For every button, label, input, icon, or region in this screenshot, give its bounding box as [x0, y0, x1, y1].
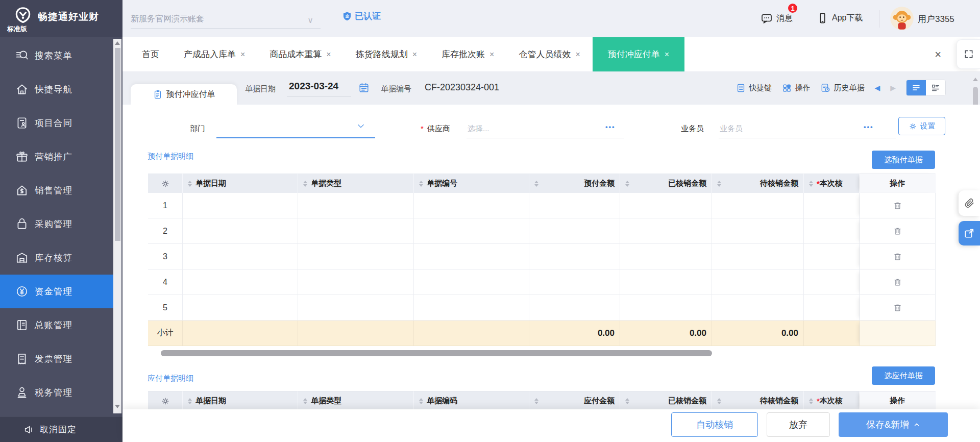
trash-icon[interactable] [893, 277, 902, 287]
certified-badge[interactable]: 企 已认证 [342, 10, 381, 22]
tab-picking-route[interactable]: 拣货路线规划× [344, 37, 429, 71]
settings-button[interactable]: 设置 [898, 117, 945, 135]
sort-icon[interactable] [809, 398, 813, 404]
col-verified-amount[interactable]: 已核销金额 [620, 174, 712, 193]
tab-close-icon[interactable]: × [489, 50, 494, 59]
form-view-button[interactable] [926, 80, 945, 95]
sort-icon[interactable] [717, 181, 721, 187]
sort-icon[interactable] [303, 181, 307, 187]
horizontal-scrollbar-thumb[interactable] [161, 350, 712, 356]
trash-icon[interactable] [893, 201, 902, 210]
sidebar-item-general-ledger[interactable]: 总账管理 [0, 308, 113, 342]
doc-number-value[interactable]: CF-20230324-001 [425, 82, 499, 93]
col-doc-date[interactable]: 单据日期 [183, 391, 298, 409]
expand-panel-button[interactable] [959, 221, 980, 245]
auto-verify-button[interactable]: 自动核销 [671, 412, 758, 437]
unpin-sidebar-button[interactable]: 取消固定 [0, 416, 122, 442]
sidebar-item-funds[interactable]: 资金管理 [0, 275, 113, 308]
sort-icon[interactable] [303, 398, 307, 404]
tab-home[interactable]: 首页 [130, 37, 172, 71]
col-doc-code[interactable]: 单据编码 [414, 391, 529, 409]
col-verified-amount[interactable]: 已核销金额 [620, 391, 712, 409]
col-pending-amount[interactable]: 待核销金额 [712, 174, 804, 193]
sort-icon[interactable] [625, 398, 629, 404]
department-field[interactable] [216, 137, 375, 138]
doc-type-tab[interactable]: 预付冲应付单 [131, 84, 237, 105]
col-doc-date[interactable]: 单据日期 [183, 174, 298, 193]
sort-icon[interactable] [809, 181, 813, 187]
scroll-up-icon[interactable] [115, 41, 120, 45]
sort-icon[interactable] [534, 181, 538, 187]
scroll-down-icon[interactable] [115, 405, 120, 408]
avatar[interactable] [890, 7, 914, 30]
tab-cost-recalc[interactable]: 商品成本重算× [257, 37, 343, 71]
supplier-picker-icon[interactable]: ••• [605, 123, 616, 131]
sort-icon[interactable] [188, 181, 192, 187]
operations-button[interactable]: 操作 [782, 83, 810, 93]
fullscreen-button[interactable] [957, 39, 980, 69]
col-current-verify[interactable]: *本次核 [804, 174, 860, 193]
messages-button[interactable]: 消息 [761, 12, 793, 24]
col-doc-number[interactable]: 单据编号 [414, 174, 529, 193]
select-prepay-docs-button[interactable]: 选预付单据 [872, 151, 935, 169]
sort-icon[interactable] [419, 398, 423, 404]
trash-icon[interactable] [893, 226, 902, 236]
chevron-down-icon[interactable] [356, 121, 365, 131]
sidebar-item-marketing[interactable]: 营销推广 [0, 140, 113, 174]
tab-close-icon[interactable]: × [240, 50, 245, 59]
tab-close-icon[interactable]: × [326, 50, 331, 59]
tab-stock-batch[interactable]: 库存批次账× [429, 37, 506, 71]
sidebar-item-inventory[interactable]: 库存核算 [0, 241, 113, 275]
column-settings-button[interactable] [148, 174, 183, 193]
tab-prepay-offset-payable[interactable]: 预付冲应付单× [593, 37, 684, 71]
col-current-verify[interactable]: *本次核 [804, 391, 860, 409]
sidebar-item-sales[interactable]: 销售管理 [0, 174, 113, 207]
sidebar-item-purchase[interactable]: 采购管理 [0, 207, 113, 241]
next-doc-icon[interactable]: ▶ [890, 84, 896, 92]
sort-icon[interactable] [534, 398, 538, 404]
sort-icon[interactable] [625, 181, 629, 187]
sidebar-item-quick-nav[interactable]: 快捷导航 [0, 72, 113, 106]
col-prepaid-amount[interactable]: 预付金额 [529, 174, 620, 193]
col-doc-type[interactable]: 单据类型 [298, 391, 414, 409]
tab-warehouse-kpi[interactable]: 仓管人员绩效× [506, 37, 592, 71]
app-download-button[interactable]: App下载 [817, 12, 863, 24]
trash-icon[interactable] [893, 252, 902, 261]
sidebar-item-search-menu[interactable]: 搜索菜单 [0, 39, 113, 72]
calendar-icon[interactable] [358, 82, 370, 93]
username[interactable]: 用户3355 [918, 13, 954, 25]
sidebar-item-project-contract[interactable]: 项目合同 [0, 106, 113, 140]
tab-close-icon[interactable]: × [575, 50, 580, 59]
tab-finished-goods-receipt[interactable]: 产成品入库单× [172, 37, 257, 71]
sidebar-item-invoice[interactable]: 发票管理 [0, 342, 113, 376]
save-and-new-button[interactable]: 保存&新增 [839, 412, 948, 437]
close-tab-icon[interactable]: × [935, 37, 941, 72]
sort-icon[interactable] [419, 181, 423, 187]
main-scroll-up-icon[interactable] [973, 78, 978, 81]
col-payable-amount[interactable]: 应付金额 [529, 391, 620, 409]
list-view-button[interactable] [906, 80, 926, 95]
attachment-button[interactable] [959, 190, 980, 216]
message-count-badge: 1 [787, 3, 798, 14]
history-docs-button[interactable]: 历史单据 [820, 83, 864, 93]
col-pending-amount[interactable]: 待核销金额 [712, 391, 804, 409]
tab-close-icon[interactable]: × [665, 50, 669, 59]
discard-button[interactable]: 放弃 [767, 412, 830, 437]
select-payable-docs-button[interactable]: 选应付单据 [872, 366, 935, 385]
sidebar-scrollbar-thumb[interactable] [115, 48, 120, 241]
sidebar-scrollbar[interactable] [113, 39, 121, 413]
prev-doc-icon[interactable]: ◀ [874, 84, 880, 92]
col-doc-type[interactable]: 单据类型 [298, 174, 414, 193]
tab-close-icon[interactable]: × [412, 50, 417, 59]
sort-icon[interactable] [188, 398, 192, 404]
trash-icon[interactable] [893, 303, 902, 312]
doc-date-value[interactable]: 2023-03-24 [289, 81, 338, 92]
sidebar-item-tax[interactable]: 税务管理 [0, 376, 113, 409]
column-settings-button[interactable] [148, 391, 183, 409]
salesman-field[interactable]: 业务员 [720, 124, 743, 134]
salesman-picker-icon[interactable]: ••• [864, 123, 874, 131]
sort-icon[interactable] [717, 398, 721, 404]
account-selector[interactable]: 新服务官网演示账套 ∨ [131, 11, 321, 29]
shortcut-keys-button[interactable]: 快捷键 [736, 83, 772, 93]
supplier-field[interactable]: 选择... [468, 124, 489, 134]
